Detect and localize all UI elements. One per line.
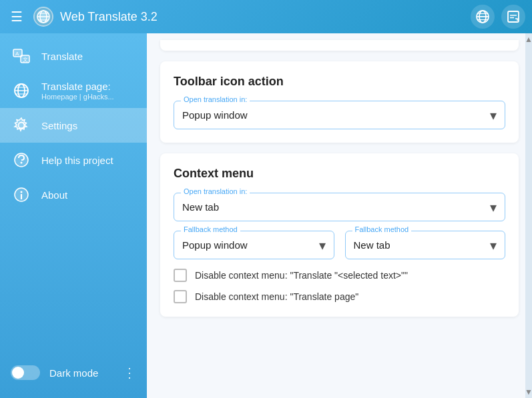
fallback-right-arrow: ▾ (490, 237, 497, 253)
settings-icon (11, 115, 32, 136)
app-title: Web Translate 3.2 (60, 10, 464, 24)
help-label: Help this project (41, 155, 113, 166)
toolbar-open-translation-value: Popup window (182, 105, 478, 125)
toggle-knob (12, 367, 24, 379)
help-icon (11, 149, 32, 171)
fallback-row: Fallback method Popup window ▾ Fallback … (174, 231, 505, 259)
checkbox-row-2: Disable context menu: "Translate page" (174, 290, 505, 303)
context-open-translation-select[interactable]: Open translation in: New tab ▾ (174, 193, 505, 221)
svg-text:A: A (15, 51, 19, 57)
sidebar-item-about[interactable]: About (0, 177, 147, 212)
app-header: ☰ Web Translate 3.2 (0, 0, 532, 33)
fallback-right-label: Fallback method (352, 225, 412, 233)
context-open-translation-value: New tab (182, 197, 478, 217)
checkbox-2[interactable] (174, 290, 187, 303)
fallback-left-arrow: ▾ (319, 237, 326, 253)
settings-label: Settings (41, 120, 77, 131)
fallback-right-value: New tab (354, 235, 479, 255)
translate-page-label: Translate page: (41, 81, 111, 92)
svg-point-26 (21, 191, 23, 193)
svg-point-24 (21, 162, 23, 164)
fallback-left-label: Fallback method (181, 225, 240, 233)
checkbox-1[interactable] (174, 269, 187, 282)
translate-icon: A 文 (11, 45, 32, 67)
sidebar-bottom: Dark mode ⋮ (0, 353, 147, 393)
context-menu-section-title: Context menu (174, 167, 505, 181)
content-area: Toolbar icon action Open translation in:… (147, 33, 532, 398)
toolbar-open-translation-label: Open translation in: (181, 95, 250, 103)
sidebar-item-translate-page[interactable]: Translate page: Homepage | gHacks... (0, 73, 147, 108)
globe-icon-btn[interactable] (471, 5, 495, 29)
sidebar: A 文 Translate Translate page: Homepage |… (0, 33, 147, 398)
toolbar-open-translation-arrow: ▾ (490, 107, 497, 123)
menu-icon[interactable]: ☰ (7, 9, 27, 25)
scroll-down-arrow[interactable]: ▼ (525, 387, 532, 397)
translate-page-icon (11, 80, 32, 101)
dark-mode-row: Dark mode ⋮ (0, 358, 147, 387)
app-logo (33, 7, 53, 27)
scroll-up-arrow[interactable]: ▲ (525, 35, 532, 44)
checkbox-row-1: Disable context menu: "Translate "<selec… (174, 269, 505, 282)
scrollbar[interactable]: ▲ ▼ (525, 33, 532, 398)
about-icon (11, 184, 32, 205)
top-partial-section (160, 40, 519, 51)
content-inner: Toolbar icon action Open translation in:… (147, 33, 532, 341)
toolbar-section-title: Toolbar icon action (174, 75, 505, 89)
sidebar-item-settings[interactable]: Settings (0, 108, 147, 143)
fallback-left-select[interactable]: Fallback method Popup window ▾ (174, 231, 334, 259)
edit-icon-btn[interactable] (501, 5, 525, 29)
fallback-left-value: Popup window (182, 235, 307, 255)
toolbar-open-translation-select[interactable]: Open translation in: Popup window ▾ (174, 101, 505, 129)
main-layout: A 文 Translate Translate page: Homepage |… (0, 33, 532, 398)
checkbox-1-label: Disable context menu: "Translate "<selec… (195, 270, 408, 281)
translate-page-sublabel: Homepage | gHacks... (41, 93, 114, 101)
fallback-right-select[interactable]: Fallback method New tab ▾ (345, 231, 506, 259)
more-options-icon[interactable]: ⋮ (123, 365, 136, 381)
toolbar-section: Toolbar icon action Open translation in:… (160, 61, 519, 143)
svg-text:文: 文 (23, 57, 28, 63)
translate-label: Translate (41, 51, 83, 62)
context-open-translation-label: Open translation in: (181, 187, 250, 195)
dark-mode-toggle[interactable] (11, 365, 40, 380)
header-action-icons (471, 5, 525, 29)
dark-mode-label: Dark mode (49, 367, 113, 379)
sidebar-item-help[interactable]: Help this project (0, 143, 147, 177)
checkbox-2-label: Disable context menu: "Translate page" (195, 291, 358, 302)
context-open-translation-arrow: ▾ (490, 199, 497, 215)
about-label: About (41, 189, 67, 201)
sidebar-item-translate[interactable]: A 文 Translate (0, 39, 147, 73)
context-menu-section: Context menu Open translation in: New ta… (160, 153, 519, 317)
